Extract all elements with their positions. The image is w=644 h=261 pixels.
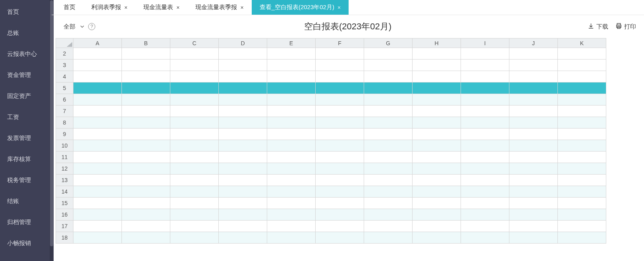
cell-J17[interactable] (509, 221, 558, 232)
sidebar-item-0[interactable]: 首页 (0, 2, 52, 23)
cell-B6[interactable] (122, 94, 170, 106)
print-button[interactable]: 打印 (615, 23, 636, 31)
cell-F18[interactable] (316, 232, 364, 244)
cell-E2[interactable] (267, 48, 316, 59)
cell-B7[interactable] (122, 106, 170, 117)
row-header-9[interactable]: 9 (56, 129, 73, 140)
cell-H5[interactable] (413, 83, 461, 94)
cell-D15[interactable] (219, 198, 267, 209)
help-icon[interactable]: ? (88, 23, 95, 30)
cell-B14[interactable] (122, 186, 170, 198)
cell-E12[interactable] (267, 163, 316, 175)
cell-H13[interactable] (413, 175, 461, 186)
cell-K13[interactable] (558, 175, 606, 186)
sidebar-item-2[interactable]: 云报表中心 (0, 44, 52, 65)
cell-F7[interactable] (316, 106, 364, 117)
row-header-12[interactable]: 12 (56, 163, 73, 175)
cell-I15[interactable] (461, 198, 509, 209)
cell-K15[interactable] (558, 198, 606, 209)
column-header-E[interactable]: E (267, 38, 316, 48)
cell-F10[interactable] (316, 140, 364, 152)
filter-label[interactable]: 全部 (64, 23, 75, 31)
cell-F6[interactable] (316, 94, 364, 106)
cell-H3[interactable] (413, 59, 461, 71)
cell-B5[interactable] (122, 83, 170, 94)
cell-A8[interactable] (73, 117, 122, 129)
cell-B8[interactable] (122, 117, 170, 129)
cell-I10[interactable] (461, 140, 509, 152)
cell-I16[interactable] (461, 209, 509, 221)
cell-D5[interactable] (219, 83, 267, 94)
cell-G12[interactable] (364, 163, 413, 175)
cell-H8[interactable] (413, 117, 461, 129)
cell-G18[interactable] (364, 232, 413, 244)
row-header-8[interactable]: 8 (56, 117, 73, 129)
cell-G5[interactable] (364, 83, 413, 94)
cell-G11[interactable] (364, 152, 413, 163)
sidebar-item-5[interactable]: 工资 (0, 107, 52, 128)
spreadsheet[interactable]: ABCDEFGHIJK23456789101112131415161718 (52, 38, 644, 261)
chevron-down-icon[interactable] (80, 25, 84, 29)
cell-D6[interactable] (219, 94, 267, 106)
tab-2[interactable]: 现金流量表× (135, 0, 187, 15)
cell-C7[interactable] (170, 106, 219, 117)
cell-C18[interactable] (170, 232, 219, 244)
cell-I4[interactable] (461, 71, 509, 83)
row-header-11[interactable]: 11 (56, 152, 73, 163)
cell-E18[interactable] (267, 232, 316, 244)
cell-G10[interactable] (364, 140, 413, 152)
cell-F13[interactable] (316, 175, 364, 186)
tab-3[interactable]: 现金流量表季报× (187, 0, 251, 15)
cell-A18[interactable] (73, 232, 122, 244)
column-header-F[interactable]: F (316, 38, 364, 48)
cell-E15[interactable] (267, 198, 316, 209)
column-header-D[interactable]: D (219, 38, 267, 48)
cell-K12[interactable] (558, 163, 606, 175)
column-header-G[interactable]: G (364, 38, 413, 48)
cell-F12[interactable] (316, 163, 364, 175)
cell-H10[interactable] (413, 140, 461, 152)
cell-B9[interactable] (122, 129, 170, 140)
cell-B4[interactable] (122, 71, 170, 83)
tab-4[interactable]: 查看_空白报表(2023年02月)× (252, 0, 349, 15)
cell-D7[interactable] (219, 106, 267, 117)
column-header-K[interactable]: K (558, 38, 606, 48)
cell-I17[interactable] (461, 221, 509, 232)
cell-J9[interactable] (509, 129, 558, 140)
cell-G3[interactable] (364, 59, 413, 71)
cell-B18[interactable] (122, 232, 170, 244)
cell-C2[interactable] (170, 48, 219, 59)
column-header-I[interactable]: I (461, 38, 509, 48)
cell-G8[interactable] (364, 117, 413, 129)
cell-J12[interactable] (509, 163, 558, 175)
cell-E3[interactable] (267, 59, 316, 71)
close-icon[interactable]: × (176, 5, 179, 10)
cell-D14[interactable] (219, 186, 267, 198)
cell-E8[interactable] (267, 117, 316, 129)
sidebar-item-9[interactable]: 结账 (0, 191, 52, 212)
cell-D10[interactable] (219, 140, 267, 152)
cell-J6[interactable] (509, 94, 558, 106)
cell-K18[interactable] (558, 232, 606, 244)
column-header-J[interactable]: J (509, 38, 558, 48)
cell-H6[interactable] (413, 94, 461, 106)
cell-H18[interactable] (413, 232, 461, 244)
cell-K5[interactable] (558, 83, 606, 94)
cell-I5[interactable] (461, 83, 509, 94)
cell-G17[interactable] (364, 221, 413, 232)
cell-H9[interactable] (413, 129, 461, 140)
cell-A13[interactable] (73, 175, 122, 186)
row-header-4[interactable]: 4 (56, 71, 73, 83)
cell-A6[interactable] (73, 94, 122, 106)
cell-E16[interactable] (267, 209, 316, 221)
cell-E11[interactable] (267, 152, 316, 163)
cell-H12[interactable] (413, 163, 461, 175)
row-header-10[interactable]: 10 (56, 140, 73, 152)
tab-1[interactable]: 利润表季报× (83, 0, 135, 15)
cell-B15[interactable] (122, 198, 170, 209)
cell-K2[interactable] (558, 48, 606, 59)
cell-B11[interactable] (122, 152, 170, 163)
cell-J2[interactable] (509, 48, 558, 59)
row-header-7[interactable]: 7 (56, 106, 73, 117)
cell-K7[interactable] (558, 106, 606, 117)
